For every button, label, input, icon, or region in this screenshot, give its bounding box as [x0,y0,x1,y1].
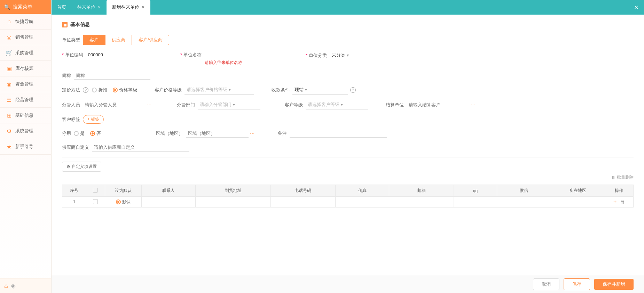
sidebar-item-sales[interactable]: ◎ 销售管理 [0,30,51,45]
disable-no[interactable]: 否 [90,130,101,137]
sidebar-item-purchase[interactable]: 🛒 采购管理 [0,45,51,61]
sidebar-bottom-icon2[interactable]: ◈ [11,282,16,290]
purchase-icon: 🛒 [6,49,13,56]
tag-add-button[interactable]: + 标签 [83,115,104,124]
dept-select[interactable]: 请输入分管部门 ▾ [198,100,260,109]
unit-code-group: 单位编码 [62,51,173,59]
row-wechat[interactable] [497,197,551,207]
tab-partners[interactable]: 往来单位 ✕ [72,0,107,15]
dept-placeholder: 请输入分管部门 [200,101,231,108]
customer-price-arrow: ▾ [229,87,231,92]
section-header: ▣ 基本信息 [62,22,634,28]
sidebar-item-guide[interactable]: ★ 新手引导 [0,139,51,155]
disable-group: 停用 是 否 [62,130,139,137]
disable-yes[interactable]: 是 [74,130,85,137]
row-fax-input[interactable] [348,200,376,205]
row-email[interactable] [389,197,454,207]
region-label: 区域（地区） [156,130,183,137]
customer-level-select[interactable]: 请选择客户等级 ▾ [306,100,368,109]
customer-level-label: 客户等级 [285,102,303,108]
unit-name-label: 单位名称 [180,52,202,58]
sidebar-item-quick-nav[interactable]: ⌂ 快捷导航 [0,14,51,30]
row-email-input[interactable] [404,200,439,205]
region-input[interactable] [186,129,249,138]
sidebar-item-label: 系统管理 [15,128,33,134]
row-contact[interactable] [142,197,196,207]
row-address[interactable] [196,197,271,207]
unit-type-supplier[interactable]: 供应商 [105,35,132,45]
row-phone-input[interactable] [285,200,320,205]
unit-type-both[interactable]: 客户/供应商 [132,35,169,45]
row-qq-input[interactable] [465,200,486,205]
pricing-level-label: 价格等级 [119,87,137,93]
batch-delete-row: 🗑 批量删除 [62,174,634,182]
row-region-input[interactable] [564,200,592,205]
unit-category-select[interactable]: 未分类 ▾ [330,51,392,60]
disable-radio-group: 是 否 [74,130,101,137]
batch-delete-label: 批量删除 [617,174,634,180]
bottom-bar: 取消 保存 保存并新增 [52,275,644,293]
row-contact-input[interactable] [155,200,182,205]
sidebar-item-basic[interactable]: ⊞ 基础信息 [0,108,51,123]
row-phone[interactable] [271,197,335,207]
row-del-btn[interactable]: 🗑 [620,199,625,205]
unit-category-value: 未分类 [332,52,345,58]
region-more-btn[interactable]: ··· [249,130,256,137]
th-qq: qq [454,185,497,197]
settlement-more-btn[interactable]: ··· [469,102,477,108]
tab-new-partner[interactable]: 新增往来单位 ✕ [107,0,150,15]
custom-settings-button[interactable]: ⚙ 自定义项设置 [62,162,101,172]
th-region: 所在地区 [551,185,605,197]
manager-input[interactable] [83,101,146,109]
sidebar-item-finance[interactable]: ◉ 资金管理 [0,76,51,92]
batch-delete-button[interactable]: 🗑 批量删除 [611,174,634,180]
close-all-tabs[interactable]: ✕ [628,4,644,11]
unit-name-error: 请输入往来单位名称 [205,60,242,66]
row-add-btn[interactable]: + [613,199,616,205]
row-qq[interactable] [454,197,497,207]
th-contact: 联系人 [142,185,196,197]
sidebar-item-inventory[interactable]: ▣ 库存核算 [0,61,51,76]
sidebar-bottom: ⌂ ◈ [0,278,51,293]
row-wechat-input[interactable] [510,200,538,205]
short-name-input[interactable] [74,71,150,80]
settlement-input[interactable] [407,101,469,109]
sidebar-search[interactable]: 🔍 搜索菜单 [0,0,51,14]
row-fax[interactable] [335,197,389,207]
unit-code-input[interactable] [86,51,163,59]
tab-bar: 首页 往来单位 ✕ 新增往来单位 ✕ ✕ [52,0,644,15]
row-default-radio[interactable] [116,200,121,204]
row-region[interactable] [551,197,605,207]
cancel-button[interactable]: 取消 [533,278,559,290]
sidebar-bottom-icon1[interactable]: ⌂ [4,282,8,290]
supplier-custom-input[interactable] [92,143,189,152]
tab-partners-close[interactable]: ✕ [97,5,101,10]
manager-more-btn[interactable]: ··· [146,102,153,108]
sidebar-item-system[interactable]: ⚙ 系统管理 [0,123,51,139]
select-all-checkbox[interactable] [93,188,98,193]
unit-type-row: 单位类型 客户 供应商 客户/供应商 [62,35,634,45]
pricing-discount[interactable]: 折扣 [92,87,107,93]
unit-type-customer[interactable]: 客户 [83,35,105,45]
payment-help-icon[interactable]: ? [350,87,356,93]
customer-price-select[interactable]: 请选择客户价格等级 ▾ [184,85,254,95]
payment-terms-select[interactable]: 现结 ▾ [292,85,348,95]
th-default: 设为默认 [105,185,142,197]
save-button[interactable]: 保存 [564,278,590,290]
pricing-level[interactable]: 价格等级 [113,87,137,93]
unit-type-group: 单位类型 客户 供应商 客户/供应商 [62,35,169,45]
save-new-button[interactable]: 保存并新增 [594,279,634,290]
remarks-input[interactable] [290,129,387,138]
tab-home[interactable]: 首页 [52,0,72,15]
row-checkbox[interactable] [93,199,98,204]
pricing-help-icon[interactable]: ? [83,87,88,93]
settings-row: ⚙ 自定义项设置 [62,162,634,172]
customer-level-group: 客户等级 请选择客户等级 ▾ [285,100,375,109]
sidebar-item-label: 新手引导 [15,144,33,150]
radio-no-dot [90,131,95,136]
th-email: 邮箱 [389,185,454,197]
unit-name-input[interactable] [204,51,281,59]
row-address-input[interactable] [212,200,254,205]
tab-new-partner-close[interactable]: ✕ [141,5,145,10]
sidebar-item-operations[interactable]: ☰ 经营管理 [0,92,51,108]
